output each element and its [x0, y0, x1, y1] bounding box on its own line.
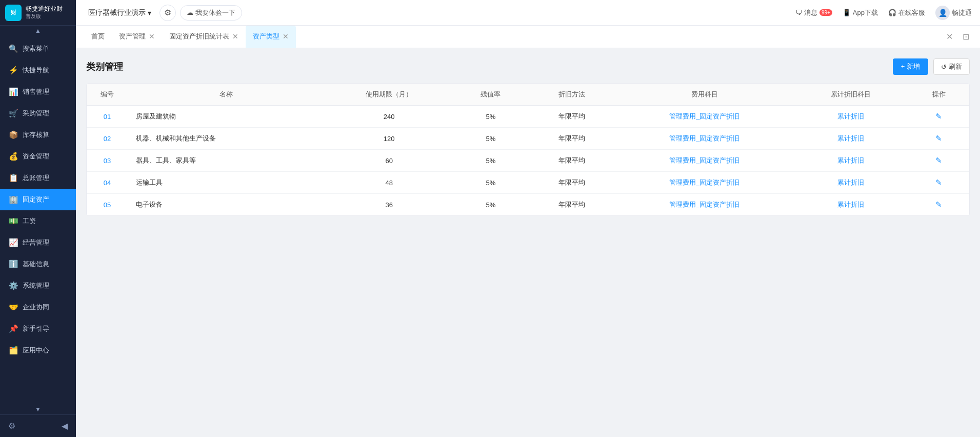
table-header: 编号名称使用期限（月）残值率折旧方法费用科目累计折旧科目操作 [87, 84, 969, 106]
row-expense: 管理费用_固定资产折旧 [616, 150, 793, 172]
row-period: 240 [325, 106, 453, 128]
inventory-icon: 📦 [8, 130, 18, 140]
tab-label-fixed-depreciation: 固定资产折旧统计表 [169, 32, 229, 41]
header-settings-btn[interactable]: ⚙ [159, 5, 176, 21]
message-action[interactable]: 🗨 消息 99+ [795, 8, 832, 17]
experience-btn[interactable]: ☁ 我要体验一下 [180, 5, 242, 21]
sidebar-item-coop[interactable]: 🤝 企业协同 [0, 296, 76, 318]
row-name: 运输工具 [128, 172, 325, 194]
tab-asset-type[interactable]: 资产类型✕ [246, 26, 296, 48]
row-accumulated: 累计折旧 [793, 106, 909, 128]
tab-close-asset-mgmt[interactable]: ✕ [149, 33, 155, 40]
company-selector[interactable]: 医疗器械行业演示 ▾ [84, 6, 155, 19]
username: 畅捷通 [952, 8, 972, 17]
sidebar-label-ledger: 总账管理 [23, 173, 49, 183]
sales-icon: 📊 [8, 87, 18, 97]
row-period: 120 [325, 128, 453, 150]
tab-label-asset-mgmt: 资产管理 [119, 32, 146, 41]
row-edit-btn[interactable]: ✎ [908, 150, 969, 172]
experience-label: 我要体验一下 [195, 8, 235, 17]
close-window-btn[interactable]: ✕ [943, 31, 955, 43]
online-service-label: 在线客服 [898, 8, 925, 17]
sidebar-item-sales[interactable]: 📊 销售管理 [0, 81, 76, 103]
tab-close-fixed-depreciation[interactable]: ✕ [232, 33, 238, 40]
table-column-header: 费用科目 [616, 84, 793, 106]
maximize-window-btn[interactable]: ⊡ [959, 31, 972, 43]
row-name: 房屋及建筑物 [128, 106, 325, 128]
tab-bar: 首页资产管理✕固定资产折旧统计表✕资产类型✕ ✕ ⊡ [76, 26, 980, 48]
row-residual-rate: 5% [453, 194, 528, 216]
message-icon: 🗨 [795, 9, 802, 16]
data-table-container: 编号名称使用期限（月）残值率折旧方法费用科目累计折旧科目操作 01房屋及建筑物2… [86, 83, 970, 216]
purchase-icon: 🛒 [8, 108, 18, 118]
sidebar-item-basic-info[interactable]: ℹ️ 基础信息 [0, 253, 76, 275]
sidebar-bottom: ⚙ ◀ [0, 414, 76, 437]
download-icon: 📱 [843, 9, 851, 16]
sidebar-item-inventory[interactable]: 📦 库存核算 [0, 124, 76, 146]
row-depreciation: 年限平均 [528, 172, 616, 194]
app-download-action[interactable]: 📱 App下载 [843, 8, 878, 17]
tab-asset-mgmt[interactable]: 资产管理✕ [112, 26, 162, 48]
row-edit-btn[interactable]: ✎ [908, 194, 969, 216]
app-name: 畅捷通好业财 [26, 5, 63, 13]
table-header-row: 编号名称使用期限（月）残值率折旧方法费用科目累计折旧科目操作 [87, 84, 969, 106]
row-expense: 管理费用_固定资产折旧 [616, 128, 793, 150]
sidebar-item-app-center[interactable]: 🗂️ 应用中心 [0, 340, 76, 361]
row-id: 01 [87, 106, 128, 128]
window-controls: ✕ ⊡ [943, 31, 972, 43]
system-icon: ⚙️ [8, 281, 18, 291]
app-logo: 财 畅捷通好业财 普及版 [0, 0, 76, 26]
fixed-assets-icon: 🏢 [8, 194, 18, 205]
table-column-header: 累计折旧科目 [793, 84, 909, 106]
tab-label-asset-type: 资产类型 [253, 32, 279, 41]
scroll-up-btn[interactable]: ▲ [0, 26, 76, 36]
operations-icon: 📈 [8, 237, 18, 248]
sidebar-item-purchase[interactable]: 🛒 采购管理 [0, 103, 76, 124]
service-icon: 🎧 [888, 9, 896, 16]
sidebar-item-funds[interactable]: 💰 资金管理 [0, 146, 76, 167]
sidebar-label-guide: 新手引导 [23, 324, 49, 333]
table-row: 02机器、机械和其他生产设备1205%年限平均管理费用_固定资产折旧累计折旧✎ [87, 128, 969, 150]
sidebar-item-search[interactable]: 🔍 搜索菜单 [0, 38, 76, 59]
main-content: 类别管理 + 新增 ↺ 刷新 编号名称使用期限（月）残值率折旧方法费用科目累计折… [76, 48, 980, 437]
new-btn[interactable]: + 新增 [893, 58, 928, 75]
user-profile[interactable]: 👤 畅捷通 [935, 6, 972, 20]
sidebar-item-quick-nav[interactable]: ⚡ 快捷导航 [0, 59, 76, 81]
table-row: 04运输工具485%年限平均管理费用_固定资产折旧累计折旧✎ [87, 172, 969, 194]
table-column-header: 名称 [128, 84, 325, 106]
online-service-action[interactable]: 🎧 在线客服 [888, 8, 925, 17]
refresh-btn[interactable]: ↺ 刷新 [933, 58, 970, 75]
row-residual-rate: 5% [453, 106, 528, 128]
table-column-header: 编号 [87, 84, 128, 106]
sidebar-label-coop: 企业协同 [23, 303, 49, 312]
table-column-header: 操作 [908, 84, 969, 106]
settings-icon[interactable]: ⚙ [8, 421, 15, 431]
scroll-down-btn[interactable]: ▼ [0, 404, 76, 414]
tab-home[interactable]: 首页 [84, 26, 112, 48]
sidebar-nav: 🔍 搜索菜单 ⚡ 快捷导航 📊 销售管理 🛒 采购管理 📦 库存核算 💰 资金管… [0, 36, 76, 404]
row-edit-btn[interactable]: ✎ [908, 106, 969, 128]
table-row: 01房屋及建筑物2405%年限平均管理费用_固定资产折旧累计折旧✎ [87, 106, 969, 128]
user-avatar: 👤 [935, 6, 950, 20]
table-row: 05电子设备365%年限平均管理费用_固定资产折旧累计折旧✎ [87, 194, 969, 216]
page-header: 类别管理 + 新增 ↺ 刷新 [86, 58, 970, 75]
row-residual-rate: 5% [453, 150, 528, 172]
app-download-label: App下载 [853, 8, 878, 17]
data-table: 编号名称使用期限（月）残值率折旧方法费用科目累计折旧科目操作 01房屋及建筑物2… [87, 84, 969, 215]
row-period: 60 [325, 150, 453, 172]
tab-close-asset-type[interactable]: ✕ [283, 33, 289, 40]
collapse-icon[interactable]: ◀ [62, 421, 68, 431]
message-badge: 99+ [819, 9, 832, 16]
sidebar-item-payroll[interactable]: 💵 工资 [0, 210, 76, 232]
tab-fixed-depreciation[interactable]: 固定资产折旧统计表✕ [162, 26, 246, 48]
row-id: 05 [87, 194, 128, 216]
sidebar-item-system[interactable]: ⚙️ 系统管理 [0, 275, 76, 296]
row-edit-btn[interactable]: ✎ [908, 172, 969, 194]
sidebar-item-fixed-assets[interactable]: 🏢 固定资产 [0, 189, 76, 210]
row-edit-btn[interactable]: ✎ [908, 128, 969, 150]
sidebar-label-operations: 经营管理 [23, 238, 49, 247]
sidebar-item-operations[interactable]: 📈 经营管理 [0, 232, 76, 253]
row-name: 电子设备 [128, 194, 325, 216]
sidebar-item-guide[interactable]: 📌 新手引导 [0, 318, 76, 340]
sidebar-item-ledger[interactable]: 📋 总账管理 [0, 167, 76, 189]
